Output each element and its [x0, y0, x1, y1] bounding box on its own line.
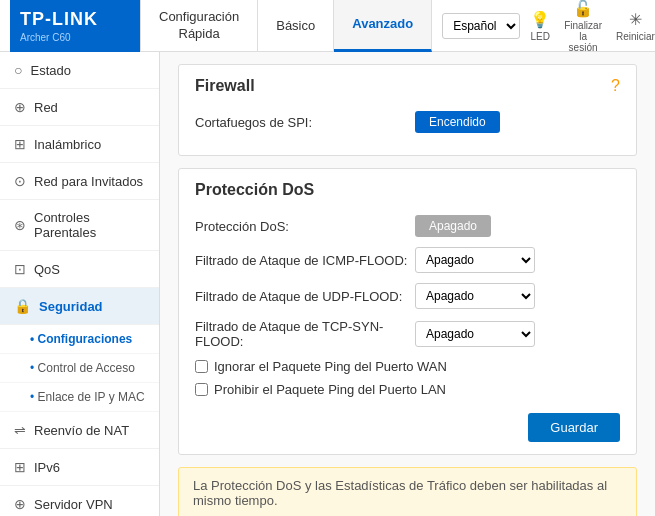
end-session-button[interactable]: 🔓 Finalizar la sesión: [564, 0, 602, 53]
estado-icon: ○: [14, 62, 22, 78]
ipv6-icon: ⊞: [14, 459, 26, 475]
sidebar-item-estado[interactable]: ○ Estado: [0, 52, 159, 89]
help-icon[interactable]: ?: [611, 77, 620, 95]
dos-protection-label: Protección DoS:: [195, 219, 415, 234]
language-select[interactable]: Español: [442, 13, 520, 39]
header: TP-LINK Archer C60 Configuración Rápida …: [0, 0, 655, 52]
main-content: Firewall ? Cortafuegos de SPI: Encendido…: [160, 52, 655, 516]
logo-area: TP-LINK Archer C60: [10, 0, 140, 52]
dos-protection-toggle[interactable]: Apagado: [415, 215, 491, 237]
header-icons: 💡 LED 🔓 Finalizar la sesión ✳ Reiniciar: [530, 0, 655, 53]
checkbox-wan-label: Ignorar el Paquete Ping del Puerto WAN: [214, 359, 447, 374]
icmp-row: Filtrado de Ataque de ICMP-FLOOD: Apagad…: [195, 247, 620, 273]
icmp-label: Filtrado de Ataque de ICMP-FLOOD:: [195, 253, 415, 268]
sidebar-item-reenvio-nat[interactable]: ⇌ Reenvío de NAT: [0, 412, 159, 449]
sidebar: ○ Estado ⊕ Red ⊞ Inalámbrico ⊙ Red para …: [0, 52, 160, 516]
seguridad-icon: 🔒: [14, 298, 31, 314]
checkbox-lan-row: Prohibir el Paquete Ping del Puerto LAN: [195, 382, 620, 397]
sidebar-item-red[interactable]: ⊕ Red: [0, 89, 159, 126]
sidebar-item-red-invitados[interactable]: ⊙ Red para Invitados: [0, 163, 159, 200]
sidebar-item-servidor-vpn[interactable]: ⊕ Servidor VPN: [0, 486, 159, 516]
udp-select[interactable]: Apagado Encendido: [415, 283, 535, 309]
restart-icon: ✳: [629, 10, 642, 29]
warning-text: La Protección DoS y las Estadísticas de …: [193, 478, 607, 508]
checkbox-wan[interactable]: [195, 360, 208, 373]
led-icon: 💡: [530, 10, 550, 29]
restart-button[interactable]: ✳ Reiniciar: [616, 10, 655, 42]
nav-configuracion-rapida[interactable]: Configuración Rápida: [140, 0, 258, 52]
controles-icon: ⊛: [14, 217, 26, 233]
nav-links: Configuración Rápida Básico Avanzado Esp…: [140, 0, 520, 51]
spi-label: Cortafuegos de SPI:: [195, 115, 415, 130]
save-button[interactable]: Guardar: [528, 413, 620, 442]
vpn-icon: ⊕: [14, 496, 26, 512]
nat-icon: ⇌: [14, 422, 26, 438]
udp-label: Filtrado de Ataque de UDP-FLOOD:: [195, 289, 415, 304]
led-button[interactable]: 💡 LED: [530, 10, 550, 42]
sidebar-item-controles-parentales[interactable]: ⊛ Controles Parentales: [0, 200, 159, 251]
checkbox-wan-row: Ignorar el Paquete Ping del Puerto WAN: [195, 359, 620, 374]
red-icon: ⊕: [14, 99, 26, 115]
checkbox-lan[interactable]: [195, 383, 208, 396]
sidebar-item-qos[interactable]: ⊡ QoS: [0, 251, 159, 288]
logo-tp-link: TP-LINK: [20, 9, 130, 30]
dos-section: Protección DoS Protección DoS: Apagado F…: [178, 168, 637, 455]
dos-title: Protección DoS: [195, 181, 620, 205]
tcp-label: Filtrado de Ataque de TCP-SYN-FLOOD:: [195, 319, 415, 349]
spi-toggle[interactable]: Encendido: [415, 111, 500, 133]
dos-protection-row: Protección DoS: Apagado: [195, 215, 620, 237]
tcp-select[interactable]: Apagado Encendido: [415, 321, 535, 347]
nav-basico[interactable]: Básico: [258, 0, 334, 52]
firewall-title: Firewall: [195, 77, 255, 101]
sidebar-item-ipv6[interactable]: ⊞ IPv6: [0, 449, 159, 486]
sidebar-item-inalambrico[interactable]: ⊞ Inalámbrico: [0, 126, 159, 163]
layout: ○ Estado ⊕ Red ⊞ Inalámbrico ⊙ Red para …: [0, 52, 655, 516]
spi-row: Cortafuegos de SPI: Encendido: [195, 111, 620, 133]
icmp-select[interactable]: Apagado Encendido: [415, 247, 535, 273]
sidebar-sub-control-acceso[interactable]: Control de Acceso: [0, 354, 159, 383]
sidebar-sub-enlace-ip-mac[interactable]: Enlace de IP y MAC: [0, 383, 159, 412]
inalambrico-icon: ⊞: [14, 136, 26, 152]
checkbox-lan-label: Prohibir el Paquete Ping del Puerto LAN: [214, 382, 446, 397]
nav-avanzado[interactable]: Avanzado: [334, 0, 432, 52]
sidebar-sub-configuraciones[interactable]: Configuraciones: [0, 325, 159, 354]
logo-model: Archer C60: [20, 32, 130, 43]
firewall-section: Firewall ? Cortafuegos de SPI: Encendido: [178, 64, 637, 156]
warning-box: La Protección DoS y las Estadísticas de …: [178, 467, 637, 516]
firewall-header-row: Firewall ?: [195, 77, 620, 111]
sidebar-item-seguridad[interactable]: 🔒 Seguridad: [0, 288, 159, 325]
end-session-icon: 🔓: [573, 0, 593, 18]
red-invitados-icon: ⊙: [14, 173, 26, 189]
udp-row: Filtrado de Ataque de UDP-FLOOD: Apagado…: [195, 283, 620, 309]
tcp-row: Filtrado de Ataque de TCP-SYN-FLOOD: Apa…: [195, 319, 620, 349]
qos-icon: ⊡: [14, 261, 26, 277]
